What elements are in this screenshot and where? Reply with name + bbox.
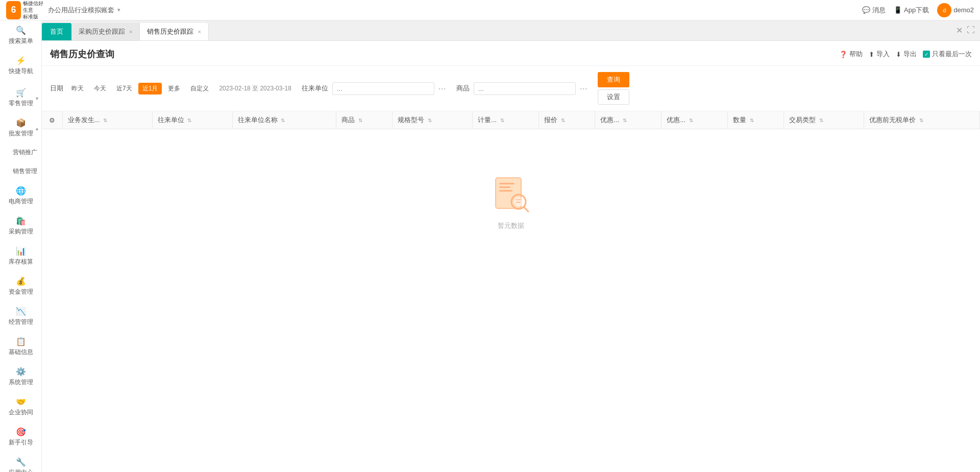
sidebar-item-basic-info[interactable]: 📋 基础信息	[0, 332, 41, 362]
page-content: 销售历史价查询 ❓ 帮助 ⬆ 导入 ⬇ 导出 ✓	[42, 41, 980, 472]
tab-home[interactable]: 首页	[42, 23, 71, 40]
app-title: 办公用品行业模拟账套 ▾	[48, 6, 862, 15]
tab-home-label: 首页	[50, 27, 63, 36]
table-th-discount1[interactable]: 优惠... ⇅	[595, 111, 662, 129]
date-btn-today[interactable]: 今天	[90, 83, 110, 95]
tab-close-all-icon[interactable]: ✕	[956, 26, 963, 35]
table-th-unit[interactable]: 计量... ⇅	[473, 111, 539, 129]
newbie-icon: 🎯	[16, 427, 26, 437]
product-input[interactable]	[474, 82, 576, 95]
date-btn-last1month[interactable]: 近1月	[138, 83, 162, 95]
tab-purchase-history[interactable]: 采购历史价跟踪 ×	[71, 23, 140, 40]
table-th-spec[interactable]: 规格型号 ⇅	[393, 111, 473, 129]
sidebar-label-marketing: 营销推广	[13, 148, 37, 157]
sidebar-label-system: 系统管理	[9, 378, 33, 387]
table-th-partner-name[interactable]: 往来单位名称 ⇅	[232, 111, 336, 129]
svg-line-6	[524, 207, 528, 211]
logo-text: 畅捷信好生意 标准版	[23, 0, 48, 20]
sidebar-item-app-center[interactable]: 🔧 应用中心	[0, 452, 41, 472]
export-btn[interactable]: ⬇ 导出	[896, 50, 917, 59]
table-th-pre-tax-price[interactable]: 优惠前无税单价 ⇅	[864, 111, 980, 129]
sidebar-item-newbie[interactable]: 🎯 新手引导	[0, 422, 41, 452]
table-header-row: ⚙ 业务发生... ⇅ 往来单位 ⇅ 往来单位名称	[42, 111, 980, 129]
message-btn[interactable]: 💬 消息	[862, 6, 886, 15]
table-th-trans-type[interactable]: 交易类型 ⇅	[784, 111, 864, 129]
table-th-gear: ⚙	[42, 111, 62, 129]
app-center-icon: 🔧	[16, 457, 26, 467]
tab-maximize-icon[interactable]: ⛶	[967, 26, 975, 35]
tab-sales-history[interactable]: 销售历史价跟踪 ×	[140, 23, 208, 40]
table-th-product[interactable]: 商品 ⇅	[336, 111, 393, 129]
date-options: 昨天 今天 近7天 近1月 更多 自定义	[67, 83, 213, 95]
sidebar-item-search-menu[interactable]: 🔍 搜索菜单	[0, 20, 41, 51]
logo: 6 畅捷信好生意 标准版	[6, 0, 48, 20]
date-btn-yesterday[interactable]: 昨天	[67, 83, 88, 95]
table-th-quote[interactable]: 报价 ⇅	[539, 111, 595, 129]
date-range-text: 2023-02-18 至 2023-03-18	[219, 84, 291, 93]
partner-input-dots[interactable]: ···	[438, 83, 446, 94]
tab-bar: 首页 采购历史价跟踪 × 销售历史价跟踪 × ✕ ⛶	[42, 20, 980, 41]
logo-icon: 6	[6, 1, 21, 19]
sidebar-item-marketing[interactable]: 营销推广	[4, 143, 41, 162]
sort-icon-discount1: ⇅	[623, 117, 627, 123]
sidebar-item-operations[interactable]: 📉 经营管理	[0, 301, 41, 332]
sidebar-item-enterprise[interactable]: 🤝 企业协同	[0, 392, 41, 422]
date-filter-group: 日期 昨天 今天 近7天 近1月 更多 自定义 2023-02-18 至 202…	[50, 83, 291, 95]
message-icon: 💬	[862, 6, 870, 14]
table-th-partner-code[interactable]: 往来单位 ⇅	[152, 111, 232, 129]
table-head: ⚙ 业务发生... ⇅ 往来单位 ⇅ 往来单位名称	[42, 111, 980, 129]
app-download-btn[interactable]: 📱 App下载	[894, 6, 929, 15]
empty-text: 暂元数据	[498, 221, 524, 230]
user-profile[interactable]: d demo2	[937, 3, 974, 17]
tab-sales-history-close[interactable]: ×	[198, 29, 201, 35]
import-btn[interactable]: ⬆ 导入	[869, 50, 890, 59]
finance-icon: 💰	[16, 276, 26, 286]
sidebar-item-ecom-mgmt[interactable]: 🌐 电商管理	[0, 181, 41, 211]
sidebar-label-ecom-mgmt: 电商管理	[9, 197, 33, 206]
sidebar-item-purchase-mgmt[interactable]: 🛍️ 采购管理	[0, 211, 41, 241]
date-btn-custom[interactable]: 自定义	[186, 83, 213, 95]
date-btn-more[interactable]: 更多	[164, 83, 184, 95]
only-last-checkbox[interactable]: ✓ 只看最后一次	[923, 50, 972, 59]
help-btn[interactable]: ❓ 帮助	[839, 50, 863, 59]
sort-icon-spec: ⇅	[428, 117, 432, 123]
title-dropdown-arrow[interactable]: ▾	[117, 7, 120, 13]
page-title: 销售历史价查询	[50, 48, 114, 60]
data-table: ⚙ 业务发生... ⇅ 往来单位 ⇅ 往来单位名称	[42, 111, 980, 129]
sort-icon-biz-date: ⇅	[103, 117, 107, 123]
content-area: 首页 采购历史价跟踪 × 销售历史价跟踪 × ✕ ⛶ 销售历史价查询	[42, 20, 980, 472]
purchase-mgmt-icon: 🛍️	[16, 216, 26, 226]
sidebar-item-wholesale-mgmt[interactable]: 📦 批发管理 ▴	[0, 113, 41, 143]
sort-icon-unit: ⇅	[500, 117, 504, 123]
sidebar-label-operations: 经营管理	[9, 318, 33, 326]
sidebar-label-newbie: 新手引导	[9, 438, 33, 447]
page-header-actions: ❓ 帮助 ⬆ 导入 ⬇ 导出 ✓ 只看最后一次	[839, 50, 972, 59]
sidebar-item-retail-mgmt[interactable]: 🛒 零售管理 ▾	[0, 83, 41, 113]
sidebar-item-inventory[interactable]: 📊 库存核算	[0, 241, 41, 271]
filter-right-btns: 查询 设置	[598, 72, 629, 105]
table-th-biz-date[interactable]: 业务发生... ⇅	[62, 111, 152, 129]
sidebar-item-finance[interactable]: 💰 资金管理	[0, 271, 41, 301]
retail-mgmt-icon: 🛒	[16, 88, 26, 98]
export-icon: ⬇	[896, 51, 901, 58]
column-settings-icon[interactable]: ⚙	[49, 116, 55, 124]
tab-purchase-history-close[interactable]: ×	[129, 29, 132, 35]
product-input-dots[interactable]: ···	[580, 83, 587, 94]
table-th-discount2[interactable]: 优惠... ⇅	[662, 111, 728, 129]
sidebar-label-basic-info: 基础信息	[9, 348, 33, 357]
partner-filter-group: 往来单位 ···	[302, 82, 446, 95]
date-btn-last7days[interactable]: 近7天	[112, 83, 136, 95]
svg-rect-3	[499, 190, 512, 192]
sidebar-item-sales-mgmt[interactable]: 销售管理	[4, 162, 41, 181]
sidebar-item-quick-nav[interactable]: ⚡ 快捷导航	[0, 51, 41, 81]
top-bar: 6 畅捷信好生意 标准版 办公用品行业模拟账套 ▾ 💬 消息 📱 App下载 d…	[0, 0, 980, 20]
partner-input[interactable]	[332, 82, 434, 95]
enterprise-icon: 🤝	[16, 397, 26, 407]
sidebar-label-finance: 资金管理	[9, 288, 33, 296]
svg-point-5	[514, 197, 523, 206]
query-button[interactable]: 查询	[598, 72, 629, 87]
settings-button[interactable]: 设置	[598, 89, 629, 105]
avatar: d	[937, 3, 951, 17]
table-th-qty[interactable]: 数量 ⇅	[727, 111, 783, 129]
sidebar-item-system[interactable]: ⚙️ 系统管理	[0, 362, 41, 392]
